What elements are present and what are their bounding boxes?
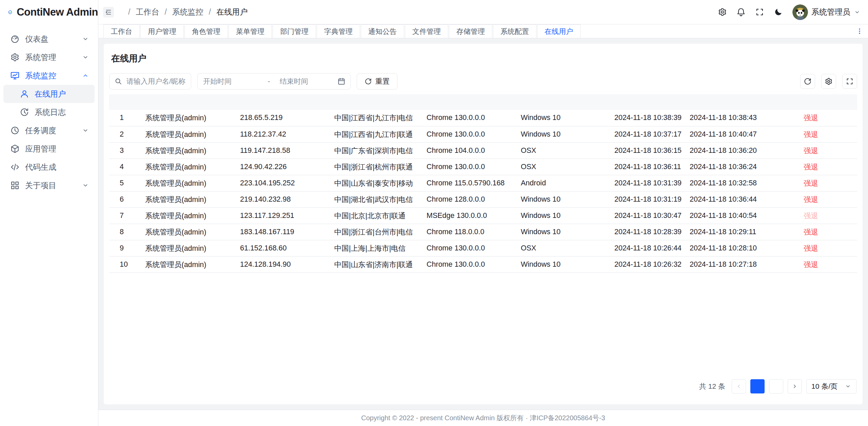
code-icon <box>10 162 20 172</box>
sidebar-item[interactable]: 在线用户 <box>3 85 95 103</box>
table-row: 3 系统管理员(admin) 119.147.218.58 中国|广东省|深圳市… <box>109 142 857 159</box>
collapse-menu-button[interactable] <box>103 7 114 18</box>
tab[interactable]: 部门管理 <box>273 24 316 38</box>
cell-login-time: 2024-11-18 10:36:11 <box>609 159 684 175</box>
tab[interactable]: 字典管理 <box>317 24 360 38</box>
app-logo[interactable]: ContiNew Admin <box>0 0 98 24</box>
cell-nickname: 系统管理员(admin) <box>140 191 235 207</box>
column-header <box>235 94 329 110</box>
cell-browser: Chrome 130.0.0.0 <box>421 159 515 175</box>
cell-location: 中国|山东省|泰安市|移动 <box>329 175 421 191</box>
gear-icon <box>10 53 20 62</box>
cell-browser: Chrome 130.0.0.0 <box>421 256 515 272</box>
user-menu[interactable]: 系统管理员 <box>792 4 861 20</box>
more-vertical-icon[interactable] <box>856 27 863 36</box>
bell-icon <box>736 7 746 17</box>
tab-label: 字典管理 <box>324 27 353 36</box>
kick-out-link[interactable]: 强退 <box>804 228 818 236</box>
tab[interactable]: 存储管理 <box>449 24 492 38</box>
breadcrumb-item: / 系统监控 <box>159 7 203 17</box>
tab[interactable]: 通知公告 <box>361 24 404 38</box>
next-page-button[interactable] <box>788 379 802 393</box>
kick-out-link[interactable]: 强退 <box>804 261 818 269</box>
calendar-icon[interactable] <box>337 77 346 85</box>
monitor-icon <box>10 71 20 80</box>
kick-out-link[interactable]: 强退 <box>804 163 818 171</box>
refresh-icon <box>804 77 812 85</box>
table-row: 10 系统管理员(admin) 124.128.194.90 中国|山东省|济南… <box>109 256 857 272</box>
sidebar-item[interactable]: 关于项目 <box>3 176 95 195</box>
cell-action: 强退 <box>798 256 857 272</box>
cell-ip: 119.147.218.58 <box>235 142 329 159</box>
sidebar-item[interactable]: 任务调度 <box>3 121 95 140</box>
tab-label: 菜单管理 <box>236 27 264 36</box>
table-fullscreen-button[interactable] <box>842 74 857 89</box>
page-number-button[interactable] <box>769 379 783 393</box>
sidebar-item[interactable]: 代码生成 <box>3 158 95 176</box>
header-action-button[interactable] <box>718 7 727 17</box>
cell-nickname: 系统管理员(admin) <box>140 175 235 191</box>
tab[interactable]: 文件管理 <box>405 24 448 38</box>
tab-label: 角色管理 <box>192 27 220 36</box>
breadcrumb-item: / 工作台 <box>123 7 159 17</box>
kick-out-link[interactable]: 强退 <box>804 212 818 220</box>
tab[interactable]: 系统配置 <box>493 24 536 38</box>
start-date-input[interactable] <box>202 77 259 86</box>
page-size-select[interactable]: 10 条/页 <box>806 379 856 393</box>
chevron-down-icon <box>82 54 89 61</box>
kick-out-link[interactable]: 强退 <box>804 114 818 122</box>
cell-action: 强退 <box>798 126 857 142</box>
breadcrumb-link[interactable]: 系统监控 <box>172 7 203 17</box>
cell-action: 强退 <box>798 110 857 126</box>
kick-out-link[interactable]: 强退 <box>804 196 818 204</box>
cell-location: 中国|江西省|九江市|电信 <box>329 110 421 126</box>
header-action-button[interactable] <box>755 7 764 17</box>
cell-action: 强退 <box>798 207 857 224</box>
sidebar-item[interactable]: 应用管理 <box>3 140 95 158</box>
cell-os: Windows 10 <box>515 126 609 142</box>
tab[interactable]: 工作台 <box>103 24 140 38</box>
table-refresh-button[interactable] <box>800 74 815 89</box>
cell-no: 4 <box>109 159 140 175</box>
cell-login-time: 2024-11-18 10:28:39 <box>609 224 684 240</box>
column-header <box>684 94 798 110</box>
page-number-button[interactable] <box>750 379 765 393</box>
kick-out-link[interactable]: 强退 <box>804 147 818 155</box>
cell-last-active: 2024-11-18 10:32:58 <box>684 175 798 191</box>
kick-out-link[interactable]: 强退 <box>804 244 818 252</box>
prev-page-button[interactable] <box>732 379 746 393</box>
tab[interactable]: 角色管理 <box>184 24 228 38</box>
cube-icon <box>10 144 20 154</box>
cell-os: Windows 10 <box>515 110 609 126</box>
content-card: 在线用户 - 重置 <box>104 44 863 404</box>
cell-browser: Chrome 130.0.0.0 <box>421 126 515 142</box>
cell-last-active: 2024-11-18 10:36:24 <box>684 159 798 175</box>
table-settings-button[interactable] <box>821 74 836 89</box>
kick-out-link[interactable]: 强退 <box>804 130 818 139</box>
page-size-value: 10 条/页 <box>811 382 837 391</box>
tab[interactable]: 用户管理 <box>140 24 184 38</box>
topbar-actions: 系统管理员 <box>718 4 861 20</box>
avatar[interactable] <box>792 4 808 20</box>
chevron-left-icon <box>735 383 742 390</box>
end-date-input[interactable] <box>279 77 335 86</box>
sidebar-item[interactable]: 仪表盘 <box>3 30 95 48</box>
sidebar-item[interactable]: 系统管理 <box>3 48 95 66</box>
kick-out-link[interactable]: 强退 <box>804 179 818 187</box>
tab[interactable]: 在线用户 <box>537 24 580 38</box>
reset-button[interactable]: 重置 <box>357 73 397 89</box>
search-input[interactable] <box>126 77 186 86</box>
breadcrumb-link[interactable]: 工作台 <box>136 7 159 17</box>
gauge-icon <box>10 34 20 44</box>
chevron-right-icon <box>791 383 798 390</box>
header-action-button[interactable] <box>774 7 783 17</box>
tab-label: 存储管理 <box>456 27 485 36</box>
tab[interactable]: 菜单管理 <box>229 24 272 38</box>
breadcrumb-link[interactable]: 在线用户 <box>216 7 248 17</box>
app-logo-icon <box>8 4 12 20</box>
topbar: / 工作台 / 系统监控 / 在线用户 <box>98 0 868 24</box>
header-action-button[interactable] <box>736 7 746 17</box>
sidebar-item[interactable]: 系统监控 <box>3 66 95 85</box>
sidebar-item[interactable]: 系统日志 <box>3 103 95 121</box>
cell-location: 中国|浙江省|杭州市|联通 <box>329 159 421 175</box>
